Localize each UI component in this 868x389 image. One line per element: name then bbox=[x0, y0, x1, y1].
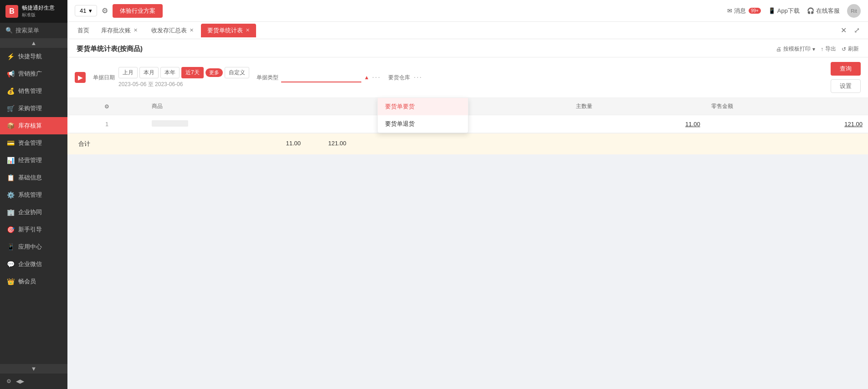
app-download-btn[interactable]: 📱 App下载 bbox=[768, 7, 800, 15]
messages-badge: 99+ bbox=[749, 8, 761, 14]
date-filter-group: 单据日期 上月 本月 本年 近7天 更多 自定义 2023-05-06 至 20… bbox=[93, 67, 249, 88]
sidebar-item-inventory[interactable]: 📦 库存核算 bbox=[0, 117, 67, 134]
sidebar-item-purchase[interactable]: 🛒 采购管理 bbox=[0, 100, 67, 117]
tab-expand-btn[interactable]: ⤢ bbox=[851, 24, 863, 36]
amount-value[interactable]: 121.00 bbox=[844, 121, 863, 128]
service-icon: 🎧 bbox=[807, 7, 814, 14]
tab-receivable-label: 收发存汇总表 bbox=[151, 26, 187, 35]
sidebar-item-sales[interactable]: 💰 销售管理 bbox=[0, 82, 67, 100]
company-selector[interactable]: 41 ▾ bbox=[75, 5, 97, 16]
date-range-display: 2023-05-06 至 2023-06-06 bbox=[118, 81, 249, 88]
tab-order-stat-close[interactable]: ✕ bbox=[246, 27, 250, 33]
warehouse-filter-label: 要货仓库 bbox=[388, 74, 410, 82]
col-product: 商品 bbox=[146, 98, 381, 115]
date-btn-7days[interactable]: 近7天 bbox=[181, 67, 204, 78]
export-icon: ↑ bbox=[821, 46, 823, 52]
tab-batch-close[interactable]: ✕ bbox=[134, 27, 138, 33]
topbar-right: ✉ 消息 99+ 📱 App下载 🎧 在线客服 Rit bbox=[727, 4, 861, 18]
message-icon: ✉ bbox=[727, 7, 732, 14]
online-service-btn[interactable]: 🎧 在线客服 bbox=[807, 7, 840, 15]
sidebar-item-system[interactable]: ⚙️ 系统管理 bbox=[0, 186, 67, 204]
date-btn-this-month[interactable]: 本月 bbox=[139, 67, 159, 78]
sidebar-item-label: 销售管理 bbox=[18, 87, 42, 95]
refresh-btn[interactable]: ↺ 刷新 bbox=[842, 45, 859, 53]
messages-btn[interactable]: ✉ 消息 99+ bbox=[727, 7, 761, 15]
sidebar-item-appstore[interactable]: 📱 应用中心 bbox=[0, 238, 67, 256]
type-filter-arrow-up[interactable]: ▲ bbox=[364, 74, 370, 81]
filter-expand-btn[interactable]: ▶ bbox=[75, 72, 86, 83]
dropdown-item-return[interactable]: 要货单退货 bbox=[378, 115, 468, 133]
tabs-bar: 首页 库存批次账 ✕ 收发存汇总表 ✕ 要货单统计表 ✕ ✕ ⤢ bbox=[67, 22, 868, 39]
sidebar-item-quick-nav[interactable]: ⚡ 快捷导航 bbox=[0, 48, 67, 65]
download-icon: 📱 bbox=[768, 7, 776, 14]
sidebar-item-label: 应用中心 bbox=[18, 243, 42, 251]
sidebar-footer: ⚙ ◀▶ bbox=[0, 373, 67, 389]
tab-close-all-btn[interactable]: ✕ bbox=[838, 24, 849, 36]
sidebar-item-label: 系统管理 bbox=[18, 191, 42, 199]
date-btn-custom[interactable]: 自定义 bbox=[225, 67, 249, 78]
sidebar-item-label: 资金管理 bbox=[18, 139, 42, 147]
sidebar-item-guide[interactable]: 🎯 新手引导 bbox=[0, 221, 67, 238]
tab-home[interactable]: 首页 bbox=[73, 24, 94, 37]
tab-receivable[interactable]: 收发存汇总表 ✕ bbox=[145, 24, 200, 37]
filter-bar: ▶ 单据日期 上月 本月 本年 近7天 更多 自定义 2023-05-06 至 … bbox=[67, 57, 868, 98]
inventory-icon: 📦 bbox=[6, 122, 15, 129]
sidebar-item-basic[interactable]: 📋 基础信息 bbox=[0, 169, 67, 186]
dropdown-item-order[interactable]: 要货单要货 bbox=[378, 98, 468, 115]
sidebar-scroll-down[interactable]: ▼ bbox=[0, 364, 67, 373]
print-label: 按模板打印 bbox=[783, 45, 811, 53]
row-quantity: 11.00 bbox=[570, 115, 706, 133]
sidebar-item-member[interactable]: 👑 畅会员 bbox=[0, 273, 67, 290]
sidebar-collapse-btn[interactable]: ◀▶ bbox=[16, 378, 24, 384]
trial-btn[interactable]: 体验行业方案 bbox=[113, 4, 163, 18]
footer-label: 合计 bbox=[73, 138, 255, 150]
query-btn[interactable]: 查询 bbox=[831, 62, 861, 76]
sidebar-item-enterprise[interactable]: 🏢 企业协同 bbox=[0, 204, 67, 221]
user-profile[interactable]: Rit bbox=[847, 4, 861, 18]
page-actions: 🖨 按模板打印 ▾ ↑ 导出 ↺ 刷新 bbox=[776, 45, 859, 53]
topbar-left: 41 ▾ ⚙ 体验行业方案 bbox=[75, 4, 722, 18]
col-amount: 零售金额 bbox=[706, 98, 868, 115]
app-name: 畅捷通好生意 bbox=[22, 5, 55, 12]
tab-order-stat-label: 要货单统计表 bbox=[207, 26, 243, 35]
app-logo: B 畅捷通好生意 标准版 bbox=[0, 0, 67, 23]
date-btn-more[interactable]: 更多 bbox=[205, 68, 223, 77]
page-title: 要货单统计表(按商品) bbox=[77, 45, 143, 53]
topbar-settings-icon[interactable]: ⚙ bbox=[102, 6, 108, 15]
sidebar-search[interactable]: 🔍 搜索菜单 bbox=[0, 23, 67, 39]
row-product bbox=[146, 115, 381, 133]
refresh-label: 刷新 bbox=[848, 45, 859, 53]
chevron-down-icon: ▾ bbox=[89, 7, 92, 14]
warehouse-more-btn[interactable]: ··· bbox=[414, 73, 422, 82]
tab-order-stat[interactable]: 要货单统计表 ✕ bbox=[201, 24, 256, 37]
date-btn-last-month[interactable]: 上月 bbox=[118, 67, 138, 78]
settings-btn[interactable]: 设置 bbox=[831, 79, 861, 93]
basic-icon: 📋 bbox=[6, 174, 15, 181]
product-name-placeholder bbox=[152, 120, 188, 127]
export-btn[interactable]: ↑ 导出 bbox=[821, 45, 836, 53]
sidebar-item-label: 畅会员 bbox=[18, 277, 36, 286]
col-settings[interactable]: ⚙ bbox=[67, 98, 146, 115]
sidebar-item-label: 库存核算 bbox=[18, 122, 42, 130]
type-filter-input[interactable] bbox=[281, 73, 361, 82]
export-label: 导出 bbox=[825, 45, 836, 53]
quantity-value[interactable]: 11.00 bbox=[685, 121, 700, 128]
print-btn[interactable]: 🖨 按模板打印 ▾ bbox=[776, 45, 815, 53]
member-icon: 👑 bbox=[6, 278, 15, 285]
sidebar-settings-btn[interactable]: ⚙ bbox=[6, 378, 11, 384]
tab-receivable-close[interactable]: ✕ bbox=[190, 27, 194, 33]
sidebar-item-label: 企业微信 bbox=[18, 260, 42, 268]
purchase-icon: 🛒 bbox=[6, 105, 15, 112]
enterprise-icon: 🏢 bbox=[6, 209, 15, 216]
footer-quantity: 11.00 bbox=[255, 138, 301, 150]
date-btn-this-year[interactable]: 本年 bbox=[160, 67, 180, 78]
sidebar-scroll-up[interactable]: ▲ bbox=[0, 39, 67, 48]
warehouse-filter-group: 要货仓库 ··· bbox=[388, 73, 422, 82]
type-filter-more-btn[interactable]: ··· bbox=[372, 73, 381, 82]
tab-batch[interactable]: 库存批次账 ✕ bbox=[95, 24, 144, 37]
sidebar-item-label: 基础信息 bbox=[18, 174, 42, 182]
sidebar-item-marketing[interactable]: 📢 营销推广 bbox=[0, 65, 67, 82]
sidebar-item-finance[interactable]: 💳 资金管理 bbox=[0, 134, 67, 152]
sidebar-item-operation[interactable]: 📊 经营管理 bbox=[0, 152, 67, 169]
sidebar-item-wechat[interactable]: 💬 企业微信 bbox=[0, 256, 67, 273]
